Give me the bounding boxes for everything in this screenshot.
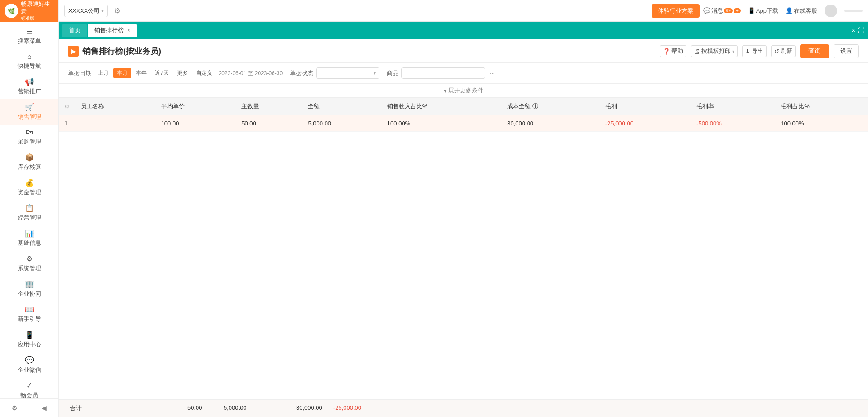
sidebar-item-system[interactable]: ⚙ 系统管理 xyxy=(0,251,58,276)
date-7days-btn[interactable]: 近7天 xyxy=(151,68,173,78)
date-more-btn[interactable]: 更多 xyxy=(173,68,192,78)
date-range-display: 2023-06-01 至 2023-06-30 xyxy=(219,70,283,77)
filter-more-icon[interactable]: ··· xyxy=(490,70,494,77)
sidebar-item-sales[interactable]: 🛒 销售管理 xyxy=(0,99,58,125)
sidebar-item-operations[interactable]: 📋 经营管理 xyxy=(0,200,58,225)
col-gross-header: 毛利 xyxy=(600,98,691,115)
cell-cost: 30,000.00 xyxy=(502,115,599,132)
goods-input[interactable] xyxy=(401,67,485,79)
sidebar-nav: ☰ 搜索菜单 ⌂ 快捷导航 📢 营销推广 🛒 销售管理 🛍 采购管理 📦 库存核… xyxy=(0,22,58,398)
status-select-wrap: ▾ xyxy=(316,67,379,79)
sidebar-item-basics[interactable]: 📊 基础信息 xyxy=(0,225,58,251)
status-filter-label: 单据状态 xyxy=(290,69,313,77)
col-avgprice-header: 平均单价 xyxy=(156,98,236,115)
settings-btn[interactable]: 设置 xyxy=(834,44,859,58)
tab-close-icon[interactable]: × xyxy=(127,27,130,34)
sidebar-item-guide[interactable]: 📖 新手引导 xyxy=(0,302,58,327)
company-selector[interactable]: XXXXX公司 ▾ xyxy=(64,5,108,17)
cell-amount: 5,000.00 xyxy=(302,115,381,132)
footer-gross: -25,000.00 xyxy=(328,404,367,412)
col-employee-header: 员工名称 xyxy=(75,98,156,115)
tabbar-right: × ⛶ xyxy=(852,27,864,34)
window-expand-icon[interactable]: ⛶ xyxy=(858,27,864,34)
table-row: 1 100.00 50.00 5,000.00 100.00% 30,000.0… xyxy=(59,115,868,132)
table-container: ⚙ 员工名称 平均单价 主数量 全额 销售收入占比% 成本全额 ⓘ 毛利 毛利率… xyxy=(59,98,868,399)
sidebar-settings-btn[interactable]: ⚙ xyxy=(8,403,21,413)
date-curr-btn[interactable]: 本月 xyxy=(113,68,131,78)
cell-gross: -25,000.00 xyxy=(600,115,691,132)
tab-home[interactable]: 首页 xyxy=(62,24,87,37)
sidebar-item-marketing[interactable]: 📢 营销推广 xyxy=(0,74,58,99)
cell-grosspct: 100.00% xyxy=(775,115,868,132)
export-btn[interactable]: ⬇ 导出 xyxy=(742,45,767,57)
sidebar-item-search[interactable]: ☰ 搜索菜单 xyxy=(0,24,58,49)
topbar: XXXXX公司 ▾ ⚙ 体验行业方案 💬 消息 99 + 📱 App下载 👤 在… xyxy=(59,0,868,22)
sidebar-item-apps[interactable]: 📱 应用中心 xyxy=(0,327,58,352)
col-amount-header: 全额 xyxy=(302,98,381,115)
avatar[interactable] xyxy=(825,5,837,17)
filter-row: 单据日期 上月 本月 本年 近7天 更多 自定义 2023-06-01 至 20… xyxy=(59,63,868,84)
main-area: XXXXX公司 ▾ ⚙ 体验行业方案 💬 消息 99 + 📱 App下载 👤 在… xyxy=(59,0,868,417)
sidebar-item-member[interactable]: ✓ 畅会员 xyxy=(0,378,58,398)
print-label: 按模板打印 xyxy=(701,47,731,55)
sidebar-bottom: ⚙ ◀ xyxy=(0,398,58,417)
table-header: ⚙ 员工名称 平均单价 主数量 全额 销售收入占比% 成本全额 ⓘ 毛利 毛利率… xyxy=(59,98,868,115)
date-year-btn[interactable]: 本年 xyxy=(132,68,150,78)
status-select[interactable] xyxy=(316,67,379,79)
col-mainqty-header: 主数量 xyxy=(236,98,302,115)
message-btn[interactable]: 💬 消息 99 + xyxy=(703,7,741,15)
sidebar-item-wechat[interactable]: 💬 企业微信 xyxy=(0,352,58,378)
tab-sales-rank[interactable]: 销售排行榜 × xyxy=(88,24,137,37)
system-icon: ⚙ xyxy=(26,254,33,263)
basics-icon: 📊 xyxy=(25,229,34,238)
apps-icon: 📱 xyxy=(25,331,34,339)
page-header: ▶ 销售排行榜(按业务员) ❓ 帮助 🖨 按模板打印 ▾ ⬇ 导 xyxy=(59,39,868,63)
print-btn[interactable]: 🖨 按模板打印 ▾ xyxy=(691,45,738,57)
col-settings[interactable]: ⚙ xyxy=(59,98,75,115)
operations-icon: 📋 xyxy=(25,204,34,212)
goods-filter-group: 商品 ··· xyxy=(387,67,494,79)
app-download-btn[interactable]: 📱 App下载 xyxy=(748,7,778,15)
sidebar-item-finance[interactable]: 💰 资金管理 xyxy=(0,175,58,200)
table-footer: 合计 50.00 5,000.00 30,000.00 -25,000.00 xyxy=(59,399,868,417)
download-icon: 📱 xyxy=(748,7,755,14)
logo-text: 畅康通好生意 标准版 xyxy=(21,0,54,22)
window-close-icon[interactable]: × xyxy=(852,27,855,34)
expand-more-btn[interactable]: ▾ 展开更多条件 xyxy=(444,86,484,95)
help-btn[interactable]: ❓ 帮助 xyxy=(660,45,686,57)
refresh-icon: ↺ xyxy=(774,48,779,55)
message-label: 消息 xyxy=(711,7,723,15)
company-chevron-icon: ▾ xyxy=(101,8,104,13)
date-filter-btns: 上月 本月 本年 近7天 更多 自定义 xyxy=(94,68,216,78)
sidebar-item-inventory[interactable]: 📦 库存核算 xyxy=(0,149,58,175)
footer-empty1 xyxy=(146,404,182,412)
topbar-settings-btn[interactable]: ⚙ xyxy=(111,5,123,16)
date-custom-btn[interactable]: 自定义 xyxy=(192,68,216,78)
message-badge-plus: + xyxy=(734,8,741,13)
sidebar-item-purchase[interactable]: 🛍 采购管理 xyxy=(0,125,58,149)
goods-filter-label: 商品 xyxy=(387,69,398,77)
date-prev-btn[interactable]: 上月 xyxy=(94,68,112,78)
footer-amount: 5,000.00 xyxy=(218,404,254,412)
back-btn[interactable]: ▶ xyxy=(68,46,79,57)
service-icon: 👤 xyxy=(786,7,793,14)
refresh-btn[interactable]: ↺ 刷新 xyxy=(771,45,796,57)
trial-btn[interactable]: 体验行业方案 xyxy=(652,4,700,18)
table-body: 1 100.00 50.00 5,000.00 100.00% 30,000.0… xyxy=(59,115,868,132)
footer-cost: 30,000.00 xyxy=(291,404,328,412)
online-service-btn[interactable]: 👤 在线客服 xyxy=(786,7,817,15)
page-title-row: ▶ 销售排行榜(按业务员) ❓ 帮助 🖨 按模板打印 ▾ ⬇ 导 xyxy=(68,44,859,62)
footer-label: 合计 xyxy=(64,404,146,412)
wechat-icon: 💬 xyxy=(25,356,34,364)
content-area: ▶ 销售排行榜(按业务员) ❓ 帮助 🖨 按模板打印 ▾ ⬇ 导 xyxy=(59,39,868,417)
marketing-icon: 📢 xyxy=(25,77,34,86)
sidebar-collapse-btn[interactable]: ◀ xyxy=(38,403,50,413)
sales-icon: 🛒 xyxy=(25,103,34,111)
status-filter-group: 单据状态 ▾ xyxy=(290,67,379,79)
col-grosspct-header: 毛利占比% xyxy=(775,98,868,115)
query-btn[interactable]: 查询 xyxy=(800,44,829,58)
sidebar-item-enterprise[interactable]: 🏢 企业协同 xyxy=(0,276,58,302)
message-icon: 💬 xyxy=(703,7,710,14)
help-label: 帮助 xyxy=(671,47,683,55)
sidebar-item-quicknav[interactable]: ⌂ 快捷导航 xyxy=(0,49,58,74)
